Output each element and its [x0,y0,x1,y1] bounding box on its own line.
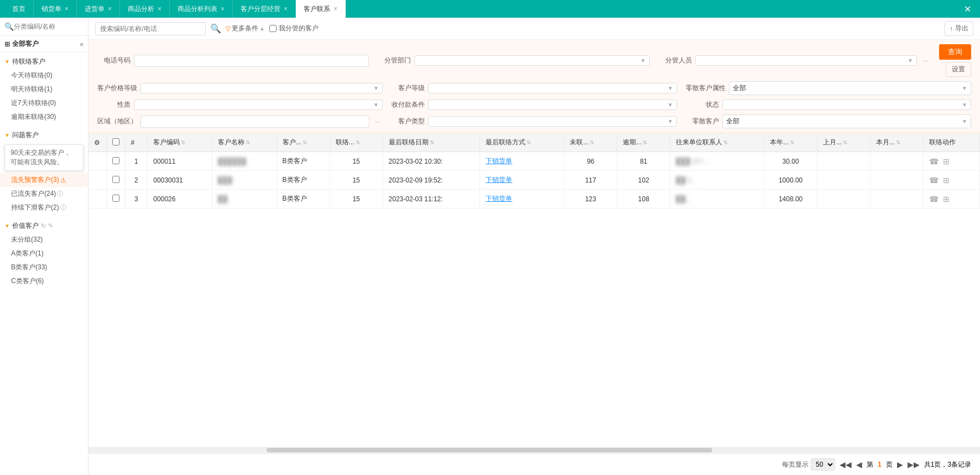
more-action-icon-2[interactable]: ⊞ [943,195,950,203]
more-action-icon-0[interactable]: ⊞ [943,157,950,166]
status-select[interactable]: ▼ [722,100,971,110]
tab-product-analysis[interactable]: 商品分析 × [120,0,170,18]
page-suffix: 页 [886,460,893,469]
row-checkbox-0[interactable] [112,157,119,164]
sidebar-item-declining[interactable]: 持续下滑客户(2) ⓘ [0,201,88,215]
contact-action-icon-2[interactable]: ☎ [929,195,939,203]
dept-select[interactable]: ▼ [414,55,649,66]
tab-sales[interactable]: 销货单 × [34,0,77,18]
col-name[interactable]: 客户名称⇅ [212,133,277,152]
method-link-0[interactable]: 下销货单 [486,157,512,165]
col-tier[interactable]: 客户...⇅ [277,133,330,152]
tab-customer-contact[interactable]: 客户联系 × [296,0,346,18]
cell-check-0[interactable] [106,152,125,171]
col-contact[interactable]: 联络...⇅ [330,133,383,152]
query-button[interactable]: 查询 [939,44,971,60]
sidebar-item-overdue-pending[interactable]: 逾期未联络(30) [0,110,88,124]
row-checkbox-2[interactable] [112,195,119,202]
filter-field-region: 区域（地区） ··· [97,116,383,128]
filter-field-customer-tier: 客户等级 ▼ [392,83,677,93]
tab-home[interactable]: 首页 [4,0,34,18]
col-this-month[interactable]: 本月...⇅ [870,133,924,152]
my-customers-toggle[interactable]: 我分管的客户 [269,24,319,33]
tab-purchase-close[interactable]: × [108,5,112,13]
my-customers-checkbox[interactable] [269,25,277,32]
customer-type-select[interactable]: ▼ [428,116,677,127]
tab-product-analysis-list[interactable]: 商品分析列表 × [170,0,233,18]
customer-tier-select[interactable]: ▼ [428,83,677,93]
sidebar-group-pending-title[interactable]: ▼ 待联络客户 [0,55,88,69]
customer-type-label: 客户类型 [392,117,425,126]
prev-page-button[interactable]: ◀ [856,460,862,469]
sidebar-item-already-lost[interactable]: 已流失客户(24) ⓘ [0,187,88,201]
sidebar-item-today-pending[interactable]: 今天待联络(0) [0,69,88,82]
more-conditions-button[interactable]: ▽ 更多条件 ▲ [226,24,265,33]
content-area: 🔍 ▽ 更多条件 ▲ 我分管的客户 ↑ 导出 电话号码 [88,18,980,475]
contact-action-icon-0[interactable]: ☎ [929,157,939,166]
method-link-1[interactable]: 下销货单 [486,176,512,184]
refresh-icon[interactable]: ↻ [41,222,46,229]
sidebar-all-customers[interactable]: ⊞ 全部客户 « [0,36,88,53]
col-gear[interactable]: ⚙ [88,133,106,152]
price-tier-select[interactable]: ▼ [140,83,383,93]
sidebar-group-problem-title[interactable]: ▼ 问题客户 [0,128,88,142]
filter-field-price-tier: 客户价格等级 ▼ [97,83,383,93]
cell-check-2[interactable] [106,190,125,208]
settings-button[interactable]: 设置 [946,62,971,77]
edit-icon[interactable]: ✎ [48,222,53,229]
manager-more-btn[interactable]: ··· [920,57,930,65]
sidebar-group-value-title[interactable]: ▼ 价值客户 ↻ ✎ [0,219,88,233]
sidebar-item-ungrouped[interactable]: 未分组(32) [0,233,88,247]
first-page-button[interactable]: ◀◀ [840,460,852,469]
last-page-button[interactable]: ▶▶ [908,460,920,469]
col-check[interactable] [106,133,125,152]
phone-input[interactable] [134,55,369,67]
filter-search-input[interactable] [95,22,206,35]
col-last-contact-method[interactable]: 最后联络方式⇅ [480,133,564,152]
manager-select[interactable]: ▼ [695,55,917,66]
col-last-month[interactable]: 上月...⇅ [817,133,870,152]
col-overdue[interactable]: 逾期...⇅ [617,133,670,152]
scrollbar-thumb[interactable] [267,448,712,452]
row-checkbox-1[interactable] [112,176,119,183]
zero-customer-attr-select[interactable]: 全部 ▼ [729,81,971,95]
col-this-year[interactable]: 本年...⇅ [764,133,817,152]
advanced-filter: 电话号码 分管部门 ▼ 分管人员 ▼ ··· [88,40,980,133]
sidebar-item-class-b[interactable]: B类客户(33) [0,260,88,274]
export-button[interactable]: ↑ 导出 [945,21,973,36]
tab-customer-contact-close[interactable]: × [333,5,337,13]
filter-search-button[interactable]: 🔍 [210,23,221,34]
region-more-btn[interactable]: ··· [373,118,383,126]
cell-check-1[interactable] [106,171,125,190]
per-page-select[interactable]: 50 [811,458,835,471]
payment-select[interactable]: ▼ [428,100,677,110]
col-this-year-label: 本年... [770,138,789,146]
zero-customer-select[interactable]: 全部 ▼ [722,114,971,128]
tab-product-analysis-list-close[interactable]: × [221,5,225,13]
nature-select[interactable]: ▼ [134,100,383,110]
tab-sales-close[interactable]: × [65,5,69,13]
select-all-checkbox[interactable] [112,138,119,145]
sidebar-item-churn-warning[interactable]: 流失预警客户(3) ⚠ [0,173,88,187]
col-unit-contact[interactable]: 往来单位联系人⇅ [670,133,764,152]
next-page-button[interactable]: ▶ [897,460,903,469]
sidebar-item-tomorrow-pending[interactable]: 明天待联络(1) [0,82,88,96]
sidebar-item-class-a[interactable]: A类客户(1) [0,247,88,260]
tab-customer-tier-close[interactable]: × [284,5,288,13]
region-input[interactable] [140,116,369,128]
sidebar-item-class-c[interactable]: C类客户(6) [0,274,88,288]
method-link-2[interactable]: 下销货单 [486,195,512,202]
sidebar-search-input[interactable] [14,23,88,30]
cell-name-1: ███ [212,171,277,190]
tab-product-analysis-close[interactable]: × [158,5,161,13]
tab-customer-tier[interactable]: 客户分层经营 × [233,0,296,18]
col-last-contact-date[interactable]: 最后联络日期⇅ [383,133,480,152]
col-uncontacted[interactable]: 未联...⇅ [564,133,617,152]
window-close-button[interactable]: ✕ [960,4,976,14]
tab-purchase[interactable]: 进货单 × [77,0,120,18]
more-action-icon-1[interactable]: ⊞ [943,176,950,185]
contact-action-icon-1[interactable]: ☎ [929,176,939,185]
sidebar-item-week-pending[interactable]: 近7天待联络(0) [0,96,88,110]
col-code[interactable]: 客户编码⇅ [148,133,212,152]
horizontal-scrollbar[interactable] [88,447,980,453]
